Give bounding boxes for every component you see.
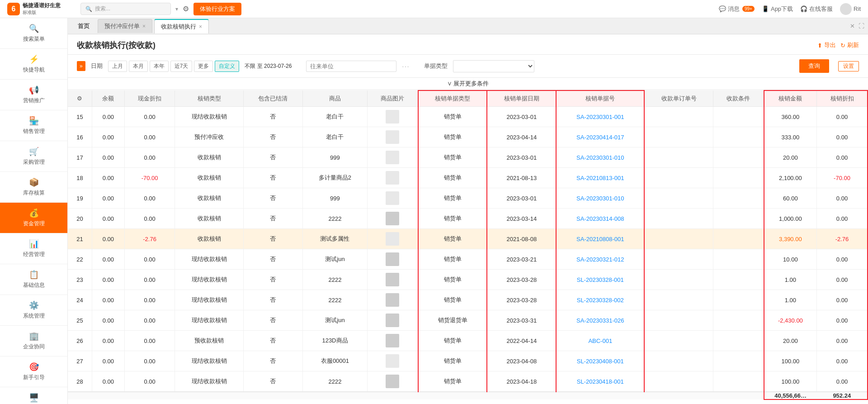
- table-row: 22 0.00 0.00 现结收款核销 否 测试jun 销货单 2023-03-…: [68, 249, 868, 270]
- single-type-label: 单据类型: [424, 62, 448, 70]
- cell-bill-no[interactable]: SL-20230408-001: [556, 351, 644, 371]
- gear-icon[interactable]: ⚙: [183, 5, 189, 13]
- cell-goods: 2222: [303, 290, 368, 310]
- settings-btn[interactable]: 设置: [838, 61, 859, 71]
- bill-no-link[interactable]: SA-20230331-026: [576, 317, 624, 324]
- sidebar-item-system[interactable]: ⚙️ 系统管理: [0, 295, 67, 326]
- sidebar-item-smart-hw[interactable]: 🖥️ 智能硬件: [0, 387, 67, 404]
- filter-expand-btn[interactable]: »: [77, 61, 85, 71]
- cell-bill-no[interactable]: SL-20230328-001: [556, 270, 644, 290]
- cell-row-num: 16: [68, 127, 92, 147]
- cell-bill-date: 2023-03-28: [487, 290, 556, 310]
- partner-input[interactable]: [306, 61, 396, 72]
- sidebar-item-enterprise[interactable]: 🏢 企业协同: [0, 326, 67, 356]
- user-item[interactable]: Rit: [840, 3, 861, 15]
- cell-cash-discount: 0.00: [124, 310, 175, 331]
- expand-more-bar[interactable]: ∨ 展开更多条件: [68, 78, 868, 90]
- refresh-btn[interactable]: ↻ 刷新: [840, 41, 859, 49]
- last-7-days-btn[interactable]: 近7天: [170, 61, 193, 72]
- query-btn[interactable]: 查询: [799, 59, 829, 73]
- tab-home[interactable]: 首页: [71, 19, 96, 33]
- table-row: 25 0.00 0.00 现结收款核销 否 测试jun 销货退货单 2023-0…: [68, 310, 868, 331]
- sidebar-item-base[interactable]: 📋 基础信息: [0, 264, 67, 295]
- bill-no-link[interactable]: SA-20230321-012: [576, 256, 624, 263]
- sidebar-item-newbie[interactable]: 🎯 新手引导: [0, 356, 67, 387]
- cell-order-no: [644, 351, 713, 371]
- col-gear[interactable]: ⚙: [68, 90, 92, 107]
- bill-no-link[interactable]: SA-20230314-008: [576, 215, 624, 222]
- cell-bill-no[interactable]: SA-20230314-008: [556, 209, 644, 229]
- cell-amount: 2,100.00: [764, 168, 817, 188]
- cell-bill-no[interactable]: SA-20210813-001: [556, 168, 644, 188]
- cell-order-no: [644, 371, 713, 392]
- last-month-btn[interactable]: 上月: [108, 61, 127, 72]
- table-area[interactable]: ⚙ 余额 现金折扣 核销类型 包含已结清 商品 商品图片 核销单据类型 核销单据…: [68, 90, 868, 404]
- sidebar-label-base: 基础信息: [23, 281, 45, 289]
- cell-bill-no[interactable]: SA-20230331-026: [556, 310, 644, 331]
- cell-bill-no[interactable]: SA-20210808-001: [556, 229, 644, 249]
- window-close-icon[interactable]: ✕: [850, 23, 855, 29]
- cell-order-no: [644, 147, 713, 168]
- date-range-display: 不限 至 2023-07-26: [245, 62, 292, 70]
- message-item[interactable]: 💬 消息 99+: [719, 5, 755, 13]
- cell-goods-img: [367, 371, 418, 392]
- bill-no-link[interactable]: SA-20230301-010: [576, 195, 624, 202]
- cell-verify-type: 现结收款核销: [175, 270, 243, 290]
- sidebar-item-ops[interactable]: 📊 经营管理: [0, 233, 67, 264]
- bill-no-link[interactable]: SA-20210808-001: [576, 236, 624, 242]
- sidebar-item-search-menu[interactable]: 🔍 搜索菜单: [0, 18, 67, 49]
- cell-bill-no[interactable]: SA-20230321-012: [556, 249, 644, 270]
- top-search[interactable]: 🔍 搜索...: [80, 3, 171, 15]
- trial-btn[interactable]: 体验行业方案: [193, 3, 241, 15]
- tab-prepay-label: 预付冲应付单: [104, 22, 140, 30]
- cell-bill-no[interactable]: SL-20230328-002: [556, 290, 644, 310]
- tab-prepay[interactable]: 预付冲应付单 ×: [98, 19, 152, 33]
- bill-no-link[interactable]: SA-20210813-001: [576, 175, 624, 181]
- cell-bill-no[interactable]: SA-20230301-010: [556, 147, 644, 168]
- this-year-btn[interactable]: 本年: [150, 61, 169, 72]
- this-month-btn[interactable]: 本月: [129, 61, 148, 72]
- bill-no-link[interactable]: ABC-001: [588, 337, 612, 344]
- export-btn[interactable]: ⬆ 导出: [817, 41, 836, 49]
- cell-bill-no[interactable]: SL-20230418-001: [556, 371, 644, 392]
- sidebar-item-quick-nav[interactable]: ⚡ 快捷导航: [0, 49, 67, 80]
- custom-date-btn[interactable]: 自定义: [215, 61, 239, 72]
- bill-no-link[interactable]: SL-20230408-001: [577, 358, 624, 365]
- app-download-item[interactable]: 📱 App下载: [762, 5, 793, 13]
- sidebar-label-sales: 销售管理: [23, 128, 45, 135]
- tab-collect-exec[interactable]: 收款核销执行 ×: [154, 19, 209, 33]
- sidebar-item-marketing[interactable]: 📢 营销推广: [0, 80, 67, 110]
- bill-no-link[interactable]: SA-20230414-017: [576, 134, 624, 141]
- cell-bill-no[interactable]: SA-20230414-017: [556, 127, 644, 147]
- window-expand-icon[interactable]: ⛶: [859, 23, 864, 29]
- cell-cash-discount: -2.76: [124, 229, 175, 249]
- cell-bill-no[interactable]: SA-20230301-010: [556, 188, 644, 209]
- cell-bill-no[interactable]: ABC-001: [556, 331, 644, 351]
- tab-collect-exec-close-icon[interactable]: ×: [199, 24, 202, 30]
- sidebar-item-capital[interactable]: 💰 资金管理: [0, 203, 67, 233]
- cell-goods-img: [367, 331, 418, 351]
- sidebar-item-sales[interactable]: 🏪 销售管理: [0, 110, 67, 141]
- col-balance: 余额: [92, 90, 124, 107]
- cell-condition: [713, 270, 764, 290]
- cell-order-no: [644, 127, 713, 147]
- bill-no-link[interactable]: SL-20230328-001: [577, 276, 624, 283]
- cell-bill-type: 销货单: [418, 331, 487, 351]
- tab-prepay-close-icon[interactable]: ×: [142, 23, 146, 29]
- online-service-item[interactable]: 🎧 在线客服: [800, 5, 833, 13]
- sidebar-item-inventory[interactable]: 📦 库存核算: [0, 172, 67, 203]
- bill-no-link[interactable]: SA-20230301-001: [576, 114, 624, 120]
- more-date-btn[interactable]: 更多: [194, 61, 213, 72]
- search-icon: 🔍: [85, 6, 92, 12]
- footer-discount-total: 952.24: [817, 392, 868, 399]
- dropdown-arrow-icon[interactable]: ▾: [175, 6, 178, 12]
- single-type-select[interactable]: [453, 60, 534, 72]
- cell-bill-no[interactable]: SA-20230301-001: [556, 107, 644, 127]
- bill-no-link[interactable]: SA-20230301-010: [576, 154, 624, 161]
- cell-goods-img: [367, 188, 418, 209]
- bill-no-link[interactable]: SL-20230418-001: [577, 378, 624, 385]
- bill-no-link[interactable]: SL-20230328-002: [577, 297, 624, 304]
- sidebar-item-purchase[interactable]: 🛒 采购管理: [0, 141, 67, 172]
- cell-goods-img: [367, 310, 418, 331]
- message-label: 消息: [728, 5, 740, 13]
